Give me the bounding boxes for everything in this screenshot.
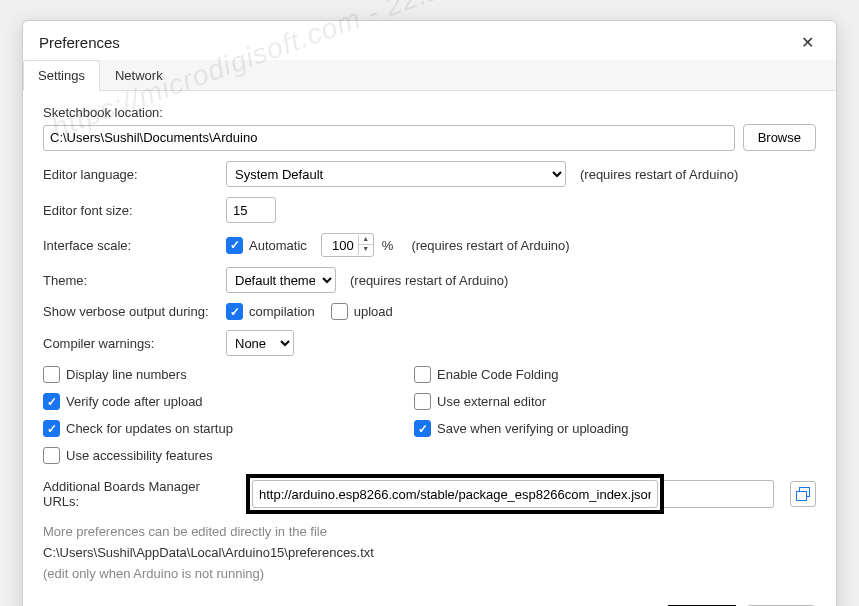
- sketchbook-input[interactable]: [43, 125, 735, 151]
- compilation-checkbox[interactable]: [226, 303, 243, 320]
- updates-checkbox[interactable]: [43, 420, 60, 437]
- compiler-label: Compiler warnings:: [43, 336, 218, 351]
- verbose-label: Show verbose output during:: [43, 304, 218, 319]
- tab-settings[interactable]: Settings: [23, 60, 100, 91]
- chevron-down-icon[interactable]: ▼: [359, 245, 373, 255]
- automatic-label: Automatic: [249, 238, 307, 253]
- open-urls-button[interactable]: [790, 481, 816, 507]
- codefolding-checkbox[interactable]: [414, 366, 431, 383]
- preferences-dialog: Preferences ✕ Settings Network Sketchboo…: [22, 20, 837, 606]
- saveverify-label: Save when verifying or uploading: [437, 421, 629, 436]
- moreprefs-line1: More preferences can be edited directly …: [43, 524, 816, 539]
- moreprefs-line2: (edit only when Arduino is not running): [43, 566, 816, 581]
- upload-checkbox[interactable]: [331, 303, 348, 320]
- accessibility-label: Use accessibility features: [66, 448, 213, 463]
- verify-checkbox[interactable]: [43, 393, 60, 410]
- externaleditor-label: Use external editor: [437, 394, 546, 409]
- codefolding-label: Enable Code Folding: [437, 367, 558, 382]
- theme-select[interactable]: Default theme: [226, 267, 336, 293]
- externaleditor-checkbox[interactable]: [414, 393, 431, 410]
- saveverify-checkbox[interactable]: [414, 420, 431, 437]
- scale-percent: %: [382, 238, 394, 253]
- settings-content: Sketchbook location: Browse Editor langu…: [23, 91, 836, 595]
- compiler-select[interactable]: None: [226, 330, 294, 356]
- dialog-title: Preferences: [39, 34, 120, 51]
- accessibility-checkbox[interactable]: [43, 447, 60, 464]
- boards-url-input[interactable]: [252, 480, 658, 508]
- fontsize-label: Editor font size:: [43, 203, 218, 218]
- scale-value-input[interactable]: [322, 236, 358, 255]
- dialog-footer: OK Cancel: [23, 595, 836, 606]
- options-grid: Display line numbers Enable Code Folding…: [43, 366, 816, 474]
- scale-spinner[interactable]: ▲ ▼: [321, 233, 374, 257]
- moreprefs-path: C:\Users\Sushil\AppData\Local\Arduino15\…: [43, 545, 816, 560]
- theme-note: (requires restart of Arduino): [350, 273, 508, 288]
- compilation-label: compilation: [249, 304, 315, 319]
- scale-label: Interface scale:: [43, 238, 218, 253]
- theme-label: Theme:: [43, 273, 218, 288]
- chevron-up-icon[interactable]: ▲: [359, 235, 373, 245]
- language-select[interactable]: System Default: [226, 161, 566, 187]
- updates-label: Check for updates on startup: [66, 421, 233, 436]
- verify-label: Verify code after upload: [66, 394, 203, 409]
- browse-button[interactable]: Browse: [743, 124, 816, 151]
- titlebar: Preferences ✕: [23, 21, 836, 60]
- window-icon: [796, 487, 810, 501]
- upload-label: upload: [354, 304, 393, 319]
- boards-url-label: Additional Boards Manager URLs:: [43, 479, 238, 509]
- tabs: Settings Network: [23, 60, 836, 91]
- language-label: Editor language:: [43, 167, 218, 182]
- scale-note: (requires restart of Arduino): [411, 238, 569, 253]
- fontsize-input[interactable]: [226, 197, 276, 223]
- tab-network[interactable]: Network: [100, 60, 178, 90]
- sketchbook-label: Sketchbook location:: [43, 105, 163, 120]
- linenumbers-label: Display line numbers: [66, 367, 187, 382]
- automatic-checkbox[interactable]: [226, 237, 243, 254]
- language-note: (requires restart of Arduino): [580, 167, 738, 182]
- linenumbers-checkbox[interactable]: [43, 366, 60, 383]
- close-icon[interactable]: ✕: [795, 31, 820, 54]
